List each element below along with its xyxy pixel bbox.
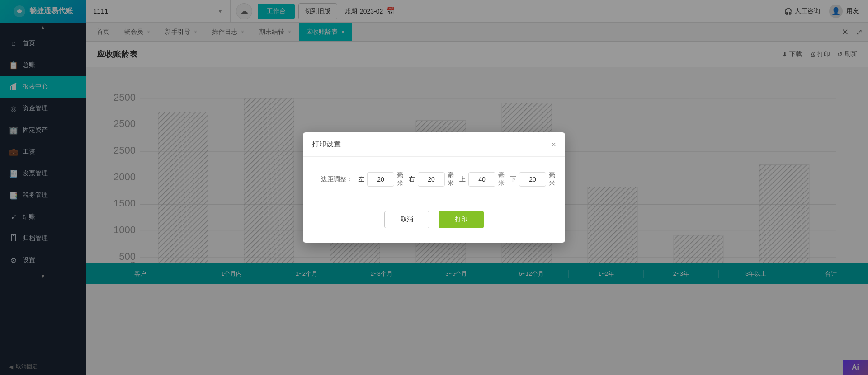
dialog-body: 边距调整： 左 毫米 右 毫米 上 毫米 下 bbox=[303, 157, 565, 211]
margin-row: 边距调整： 左 毫米 右 毫米 上 毫米 下 bbox=[321, 171, 547, 188]
dialog-title: 打印设置 bbox=[312, 140, 341, 149]
dialog-footer: 取消 打印 bbox=[303, 211, 565, 243]
top-label: 上 bbox=[459, 175, 466, 183]
left-unit: 毫米 bbox=[397, 171, 403, 188]
dialog-overlay[interactable]: 打印设置 × 边距调整： 左 毫米 右 毫米 上 毫米 bbox=[0, 0, 868, 375]
bottom-margin-group: 下 毫米 bbox=[510, 171, 555, 188]
left-label: 左 bbox=[358, 175, 364, 183]
left-margin-input[interactable] bbox=[367, 172, 394, 187]
right-label: 右 bbox=[409, 175, 415, 183]
top-margin-input[interactable] bbox=[468, 172, 495, 187]
right-unit: 毫米 bbox=[448, 171, 454, 188]
bottom-margin-input[interactable] bbox=[519, 172, 546, 187]
top-unit: 毫米 bbox=[498, 171, 505, 188]
right-margin-input[interactable] bbox=[418, 172, 445, 187]
bottom-unit: 毫米 bbox=[549, 171, 555, 188]
print-settings-dialog: 打印设置 × 边距调整： 左 毫米 右 毫米 上 毫米 bbox=[303, 132, 565, 243]
right-margin-group: 右 毫米 bbox=[409, 171, 454, 188]
dialog-close-button[interactable]: × bbox=[551, 141, 556, 149]
cancel-button[interactable]: 取消 bbox=[384, 211, 429, 228]
margin-label: 边距调整： bbox=[321, 175, 353, 183]
top-margin-group: 上 毫米 bbox=[459, 171, 505, 188]
dialog-header: 打印设置 × bbox=[303, 132, 565, 157]
left-margin-group: 左 毫米 bbox=[358, 171, 403, 188]
print-confirm-button[interactable]: 打印 bbox=[439, 211, 484, 228]
bottom-label: 下 bbox=[510, 175, 516, 183]
